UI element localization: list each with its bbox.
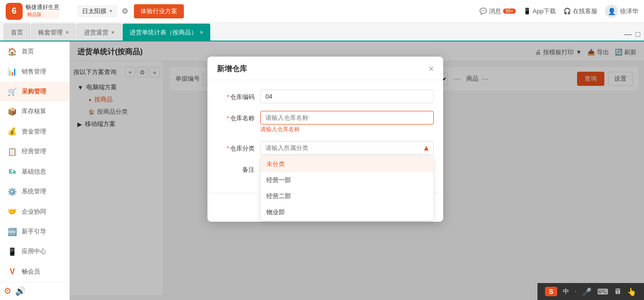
name-field: 请输入仓库名称 bbox=[260, 111, 434, 133]
category-input[interactable] bbox=[260, 141, 434, 155]
app-label: App下载 bbox=[533, 7, 556, 16]
trial-button[interactable]: 体验行业方案 bbox=[134, 4, 184, 18]
sidebar-item-system[interactable]: ⚙️ 系统管理 bbox=[0, 182, 69, 201]
code-input[interactable] bbox=[260, 90, 434, 103]
avatar: 👤 bbox=[605, 5, 618, 18]
sidebar-item-vip[interactable]: V 畅会员 bbox=[0, 262, 69, 282]
tab-returns-label: 进货退货 bbox=[84, 28, 108, 37]
message-badge: 99+ bbox=[503, 8, 516, 14]
apps-icon: 📱 bbox=[8, 247, 17, 256]
basic-icon: Ea bbox=[8, 167, 17, 176]
sidebar-label-business: 经营管理 bbox=[22, 147, 46, 156]
sidebar-item-home[interactable]: 🏠 首页 bbox=[0, 42, 69, 61]
modal-header: 新增仓库 × bbox=[207, 57, 443, 80]
new-warehouse-modal: 新增仓库 × 仓库编码 仓库名称 请输入仓库名称 仓库分类 ▲ bbox=[207, 57, 443, 222]
tab-home-label: 首页 bbox=[11, 28, 23, 37]
sidebar-label-inventory: 库存核算 bbox=[22, 107, 46, 116]
keyboard-icon[interactable]: ⌨ bbox=[597, 287, 608, 296]
dropdown-option-dept2[interactable]: 经营二部 bbox=[261, 188, 433, 204]
sidebar-speaker-icon[interactable]: 🔊 bbox=[15, 286, 25, 296]
monitor-icon[interactable]: 🖥 bbox=[614, 287, 621, 296]
sidebar-label-apps: 应用中心 bbox=[22, 247, 46, 256]
tab-returns-close-icon[interactable]: × bbox=[111, 29, 115, 36]
logo-badge: 精品版 bbox=[25, 11, 59, 18]
service-icon: 🎧 bbox=[563, 8, 571, 15]
sales-icon: 📊 bbox=[8, 67, 17, 76]
code-field bbox=[260, 90, 434, 103]
tab-minimize-icon[interactable]: — bbox=[624, 30, 632, 39]
sidebar-item-sales[interactable]: 📊 销售管理 bbox=[0, 61, 69, 81]
tab-account-close-icon[interactable]: × bbox=[66, 29, 69, 36]
tab-maximize-icon[interactable]: □ bbox=[636, 30, 640, 39]
store-name: 日太阳膜 bbox=[82, 7, 107, 16]
note-label: 备注 bbox=[217, 162, 255, 174]
modal-close-icon[interactable]: × bbox=[429, 64, 434, 74]
sidebar-label-finance: 资金管理 bbox=[22, 127, 46, 136]
mic-icon[interactable]: 🎤 bbox=[582, 287, 592, 296]
tab-statistics-close-icon[interactable]: × bbox=[200, 29, 203, 36]
category-dropdown-menu: 未分类 经营一部 经营二部 物业部 bbox=[260, 156, 434, 221]
finance-icon: 💰 bbox=[8, 127, 17, 136]
message-label: 消息 bbox=[489, 7, 501, 16]
name-input[interactable] bbox=[260, 111, 434, 125]
sidebar-item-finance[interactable]: 💰 资金管理 bbox=[0, 122, 69, 142]
sidebar-item-business[interactable]: 📋 经营管理 bbox=[0, 142, 69, 161]
sidebar-label-guide: 新手引导 bbox=[22, 227, 46, 236]
hand-icon[interactable]: 👆 bbox=[627, 287, 636, 296]
tab-statistics[interactable]: 进货单统计表（按商品） × bbox=[123, 24, 210, 41]
sidebar-label-enterprise: 企业协同 bbox=[22, 208, 46, 216]
sidebar-label-purchase: 采购管理 bbox=[22, 87, 46, 96]
form-row-name: 仓库名称 请输入仓库名称 bbox=[217, 111, 434, 133]
sidebar-settings-icon[interactable]: ⚙ bbox=[4, 286, 11, 296]
sidebar-label-system: 系统管理 bbox=[22, 187, 46, 196]
dropdown-option-property[interactable]: 物业部 bbox=[261, 204, 433, 220]
chinese-input-icon[interactable]: 中 bbox=[563, 287, 569, 296]
form-row-code: 仓库编码 bbox=[217, 90, 434, 103]
service-label: 在线客服 bbox=[573, 7, 597, 16]
sidebar-label-basic: 基础信息 bbox=[22, 167, 46, 176]
sidebar-item-enterprise[interactable]: 🤝 企业协同 bbox=[0, 201, 69, 221]
dropdown-option-dept1[interactable]: 经营一部 bbox=[261, 172, 433, 188]
tab-account[interactable]: 账套管理 × bbox=[31, 24, 76, 41]
logo: 6 畅捷通好生意 精品版 bbox=[6, 3, 75, 20]
purchase-icon: 🛒 bbox=[8, 87, 17, 96]
app-download-item[interactable]: 📱 App下载 bbox=[523, 7, 556, 16]
category-field: ▲ 未分类 经营一部 经营二部 物业部 bbox=[260, 141, 434, 155]
tab-home[interactable]: 首页 bbox=[4, 24, 30, 41]
service-item[interactable]: 🎧 在线客服 bbox=[563, 7, 597, 16]
tab-statistics-label: 进货单统计表（按商品） bbox=[130, 28, 197, 37]
inventory-icon: 📦 bbox=[8, 107, 17, 116]
name-label: 仓库名称 bbox=[217, 111, 255, 123]
sidebar-item-apps[interactable]: 📱 应用中心 bbox=[0, 242, 69, 261]
home-icon: 🏠 bbox=[8, 47, 17, 56]
enterprise-icon: 🤝 bbox=[8, 207, 17, 217]
sougou-logo: S bbox=[545, 287, 557, 296]
user-name: 徐泽华 bbox=[620, 7, 638, 16]
sidebar-item-basic[interactable]: Ea 基础信息 bbox=[0, 162, 69, 182]
sidebar-item-guide[interactable]: 🆕 新手引导 bbox=[0, 222, 69, 242]
dropdown-arrow-icon: ▲ bbox=[422, 144, 430, 152]
user-item[interactable]: 👤 徐泽华 bbox=[605, 5, 638, 18]
tab-account-label: 账套管理 bbox=[38, 28, 63, 37]
sidebar-label-vip: 畅会员 bbox=[22, 267, 40, 276]
category-label: 仓库分类 bbox=[217, 141, 255, 153]
sidebar-label-home: 首页 bbox=[22, 47, 34, 56]
sidebar: 🏠 首页 📊 销售管理 🛒 采购管理 📦 库存核算 💰 资金管理 📋 经营管理 … bbox=[0, 42, 70, 300]
tab-bar-right: — □ bbox=[624, 30, 640, 41]
form-row-category: 仓库分类 ▲ 未分类 经营一部 经营二部 物业部 bbox=[217, 141, 434, 155]
system-icon: ⚙️ bbox=[8, 187, 17, 196]
guide-icon: 🆕 bbox=[8, 227, 17, 236]
sidebar-item-purchase[interactable]: 🛒 采购管理 bbox=[0, 82, 69, 101]
code-label: 仓库编码 bbox=[217, 90, 255, 101]
tab-returns[interactable]: 进货退货 × bbox=[77, 24, 122, 41]
message-item[interactable]: 💬 消息 99+ bbox=[479, 7, 516, 16]
dropdown-option-unclassified[interactable]: 未分类 bbox=[261, 156, 433, 172]
bottom-bar: S 中 · 🎤 ⌨ 🖥 👆 bbox=[537, 283, 644, 300]
tab-bar: 首页 账套管理 × 进货退货 × 进货单统计表（按商品） × — □ bbox=[0, 23, 644, 42]
top-bar-right: 💬 消息 99+ 📱 App下载 🎧 在线客服 👤 徐泽华 bbox=[479, 5, 638, 18]
sidebar-item-inventory[interactable]: 📦 库存核算 bbox=[0, 101, 69, 121]
store-selector[interactable]: 日太阳膜 ▼ bbox=[77, 5, 118, 17]
message-icon: 💬 bbox=[479, 8, 487, 15]
name-error-msg: 请输入仓库名称 bbox=[260, 125, 434, 133]
settings-icon[interactable]: ⚙ bbox=[122, 7, 128, 16]
